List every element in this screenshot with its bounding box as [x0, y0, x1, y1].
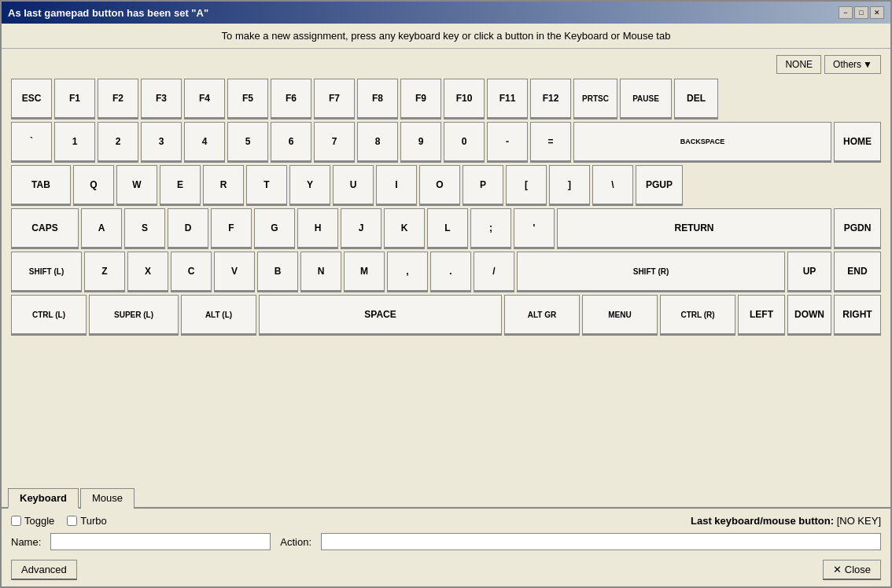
- key-f6[interactable]: F6: [271, 79, 311, 119]
- none-button[interactable]: NONE: [776, 55, 821, 74]
- key-lbracket[interactable]: [: [506, 165, 547, 206]
- key-e[interactable]: E: [160, 165, 201, 206]
- key-f10[interactable]: F10: [444, 79, 485, 119]
- key-i[interactable]: I: [376, 165, 417, 206]
- key-semicolon[interactable]: ;: [470, 208, 511, 249]
- key-t[interactable]: T: [246, 165, 287, 206]
- key-4[interactable]: 4: [184, 122, 225, 163]
- key-0[interactable]: 0: [444, 122, 485, 163]
- key-j[interactable]: J: [341, 208, 381, 249]
- key-period[interactable]: .: [430, 252, 471, 292]
- key-o[interactable]: O: [419, 165, 460, 206]
- key-caps[interactable]: CAPS: [11, 208, 79, 249]
- key-k[interactable]: K: [384, 208, 425, 249]
- key-equals[interactable]: =: [530, 122, 571, 163]
- action-input[interactable]: [321, 533, 881, 550]
- key-n[interactable]: N: [300, 252, 341, 292]
- key-comma[interactable]: ,: [387, 252, 428, 292]
- key-w[interactable]: W: [116, 165, 157, 206]
- key-g[interactable]: G: [254, 208, 295, 249]
- toggle-option[interactable]: Toggle: [11, 515, 54, 527]
- key-f5[interactable]: F5: [227, 79, 268, 119]
- key-shift-left[interactable]: SHIFT (L): [11, 252, 82, 292]
- key-down[interactable]: DOWN: [787, 295, 831, 336]
- key-1[interactable]: 1: [54, 122, 95, 163]
- key-d[interactable]: D: [168, 208, 208, 249]
- key-b[interactable]: B: [257, 252, 298, 292]
- key-7[interactable]: 7: [314, 122, 355, 163]
- key-backtick[interactable]: `: [11, 122, 52, 163]
- key-2[interactable]: 2: [98, 122, 138, 163]
- key-f8[interactable]: F8: [357, 79, 398, 119]
- close-button[interactable]: ✕ Close: [823, 560, 881, 580]
- key-pgup[interactable]: PGUP: [636, 165, 683, 206]
- tab-keyboard[interactable]: Keyboard: [8, 488, 79, 509]
- key-pause[interactable]: PAUSE: [620, 79, 672, 119]
- key-f12[interactable]: F12: [530, 79, 571, 119]
- key-v[interactable]: V: [214, 252, 255, 292]
- key-home[interactable]: HOME: [834, 122, 881, 163]
- key-ctrl-right[interactable]: CTRL (R): [660, 295, 735, 336]
- key-esc[interactable]: ESC: [11, 79, 52, 119]
- minimize-button[interactable]: −: [839, 6, 853, 19]
- turbo-option[interactable]: Turbo: [67, 515, 106, 527]
- maximize-button[interactable]: □: [854, 6, 868, 19]
- key-m[interactable]: M: [344, 252, 385, 292]
- key-3[interactable]: 3: [141, 122, 182, 163]
- key-f2[interactable]: F2: [98, 79, 138, 119]
- key-f4[interactable]: F4: [184, 79, 225, 119]
- key-shift-right[interactable]: SHIFT (R): [517, 252, 785, 292]
- turbo-checkbox[interactable]: [67, 516, 77, 526]
- key-menu[interactable]: MENU: [582, 295, 658, 336]
- key-s[interactable]: S: [124, 208, 165, 249]
- close-window-button[interactable]: ✕: [870, 6, 884, 19]
- key-y[interactable]: Y: [289, 165, 330, 206]
- key-super-left[interactable]: SUPER (L): [89, 295, 179, 336]
- key-a[interactable]: A: [81, 208, 122, 249]
- key-space[interactable]: SPACE: [259, 295, 502, 336]
- toggle-checkbox[interactable]: [11, 516, 21, 526]
- key-backslash[interactable]: \: [592, 165, 633, 206]
- key-quote[interactable]: ': [514, 208, 555, 249]
- key-f11[interactable]: F11: [487, 79, 528, 119]
- key-f1[interactable]: F1: [54, 79, 95, 119]
- key-minus[interactable]: -: [487, 122, 528, 163]
- key-h[interactable]: H: [297, 208, 338, 249]
- key-ctrl-left[interactable]: CTRL (L): [11, 295, 87, 336]
- key-alt-gr[interactable]: ALT GR: [504, 295, 580, 336]
- key-alt-left[interactable]: ALT (L): [181, 295, 256, 336]
- key-c[interactable]: C: [171, 252, 212, 292]
- key-f9[interactable]: F9: [400, 79, 441, 119]
- key-q[interactable]: Q: [73, 165, 114, 206]
- key-r[interactable]: R: [203, 165, 244, 206]
- key-9[interactable]: 9: [400, 122, 441, 163]
- key-return[interactable]: RETURN: [557, 208, 831, 249]
- key-z[interactable]: Z: [84, 252, 125, 292]
- key-pgdn[interactable]: PGDN: [834, 208, 881, 249]
- tab-mouse[interactable]: Mouse: [80, 488, 135, 509]
- key-tab[interactable]: TAB: [11, 165, 71, 206]
- key-x[interactable]: X: [127, 252, 168, 292]
- key-end[interactable]: END: [834, 252, 881, 292]
- key-del[interactable]: DEL: [674, 79, 718, 119]
- key-f[interactable]: F: [211, 208, 252, 249]
- key-l[interactable]: L: [427, 208, 468, 249]
- key-left[interactable]: LEFT: [738, 295, 785, 336]
- key-prtsc[interactable]: PRTSC: [573, 79, 617, 119]
- advanced-button[interactable]: Advanced: [11, 560, 77, 580]
- others-button[interactable]: Others ▼: [824, 55, 881, 74]
- key-5[interactable]: 5: [227, 122, 268, 163]
- key-f3[interactable]: F3: [141, 79, 182, 119]
- key-6[interactable]: 6: [271, 122, 311, 163]
- key-rbracket[interactable]: ]: [549, 165, 590, 206]
- key-right[interactable]: RIGHT: [834, 295, 881, 336]
- name-input[interactable]: [50, 533, 271, 550]
- key-f7[interactable]: F7: [314, 79, 355, 119]
- key-up[interactable]: UP: [787, 252, 831, 292]
- key-p[interactable]: P: [463, 165, 503, 206]
- key-u[interactable]: U: [333, 165, 374, 206]
- key-8[interactable]: 8: [357, 122, 398, 163]
- key-backspace[interactable]: BACKSPACE: [573, 122, 831, 163]
- options-row: Toggle Turbo Last keyboard/mouse button:…: [2, 512, 890, 530]
- key-slash[interactable]: /: [474, 252, 514, 292]
